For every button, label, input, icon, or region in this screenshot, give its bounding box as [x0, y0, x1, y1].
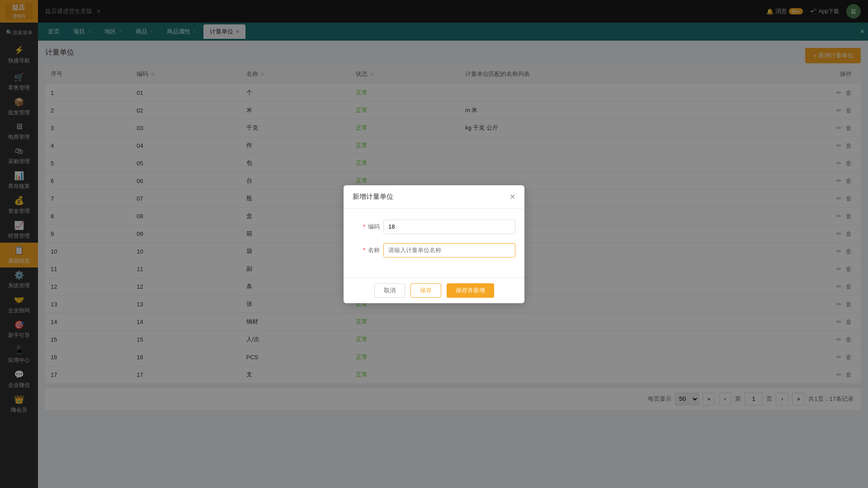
save-and-new-button[interactable]: 保存并新增	[447, 283, 494, 298]
modal-close-button[interactable]: ✕	[509, 192, 515, 201]
name-input[interactable]	[383, 243, 515, 258]
modal-footer: 取消 保存 保存并新增	[344, 277, 524, 303]
name-label: * 名称	[353, 246, 380, 254]
add-unit-modal: 新增计量单位 ✕ * 编码 * 名称 取消 保存 保存并新增	[344, 185, 524, 303]
modal-title: 新增计量单位	[353, 192, 393, 201]
cancel-button[interactable]: 取消	[374, 283, 405, 298]
required-mark: *	[363, 247, 365, 253]
modal-body: * 编码 * 名称	[344, 209, 524, 277]
required-mark: *	[363, 223, 365, 230]
save-button[interactable]: 保存	[410, 283, 441, 298]
code-input[interactable]	[383, 220, 515, 234]
modal-overlay[interactable]: 新增计量单位 ✕ * 编码 * 名称 取消 保存 保存并新增	[0, 0, 868, 488]
code-label: * 编码	[353, 223, 380, 231]
code-field-row: * 编码	[353, 220, 515, 234]
modal-header: 新增计量单位 ✕	[344, 185, 524, 209]
name-field-row: * 名称	[353, 243, 515, 258]
